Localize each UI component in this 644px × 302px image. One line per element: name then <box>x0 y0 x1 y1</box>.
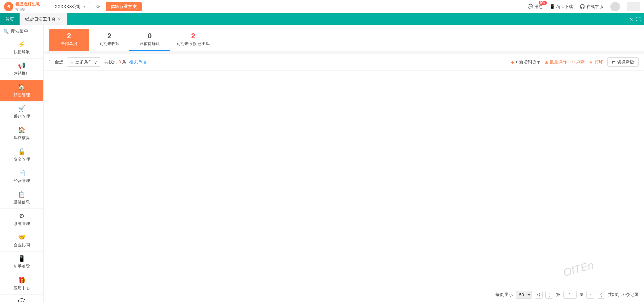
refresh-button[interactable]: ↻ 刷新 <box>571 59 585 65</box>
sidebar-item-guide[interactable]: 📱 新手引导 <box>0 252 43 273</box>
batch-action-button[interactable]: ⊞ 批量操作 <box>545 59 567 65</box>
sidebar-item-wechat[interactable]: 💬 企业微信 <box>0 295 43 302</box>
found-count: 0 <box>119 59 121 64</box>
logo-icon: 6 <box>4 2 13 11</box>
pagination: 每页显示 50 ⟨⟨ ⟨ 第 页 ⟩ ⟩⟩ 共0页，0条记录 <box>44 287 644 302</box>
content-area: 2 全部单据 2 到期未收款 0 旺辅待确认 2 到期未收款 已出库 全选 <box>44 25 644 302</box>
message-badge: 99+ <box>539 1 547 5</box>
tab-minimize-icon[interactable]: ✕ <box>629 17 633 22</box>
stat-tab-overdue-unpaid[interactable]: 2 到期未收款 <box>89 29 129 51</box>
print-button[interactable]: 🖨 打印 <box>589 59 603 65</box>
toolbar-right: + + 新增销货单 ⊞ 批量操作 ↻ 刷新 🖨 打印 ⇄ 切换新版 <box>511 57 639 67</box>
purchase-icon: 🛒 <box>18 105 25 112</box>
add-sale-order-button[interactable]: + + 新增销货单 <box>511 59 541 65</box>
sidebar-item-finance[interactable]: 🔒 资金管理 <box>0 144 43 166</box>
stats-tabs: 2 全部单据 2 到期未收款 0 旺辅待确认 2 到期未收款 已出库 <box>44 25 644 51</box>
page-number-input[interactable] <box>563 291 577 299</box>
tab-workbench[interactable]: 钱货日清工作台 ✕ <box>20 13 67 25</box>
cooperation-icon: 🤝 <box>18 234 25 241</box>
sidebar-item-sales[interactable]: 🏠 销售管理 <box>0 80 43 102</box>
filter-icon: ▽ <box>70 60 74 65</box>
company-name: XXXXXX公司 <box>55 4 81 10</box>
sidebar: 🔍 搜索菜单 ⚡ 快捷导航 📢 营销推广 🏠 销售管理 🛒 采购管理 🏠 库存核… <box>0 25 44 302</box>
switch-version-button[interactable]: ⇄ 切换新版 <box>607 57 639 67</box>
system-icon: ⚙ <box>19 212 24 220</box>
tab-nav-right: ✕ ⛶ <box>626 13 644 25</box>
pagination-summary: 共0页，0条记录 <box>608 292 639 298</box>
select-all-checkbox[interactable]: 全选 <box>49 59 63 65</box>
finance-icon: 🔒 <box>18 148 25 155</box>
logo-area: 6 畅捷通好生意 标准版 <box>4 1 48 12</box>
inventory-icon: 🏠 <box>18 126 25 134</box>
filter-arrow-icon: ∨ <box>94 60 97 65</box>
tab-nav: 首页 钱货日清工作台 ✕ ✕ ⛶ <box>0 13 644 25</box>
tab-close-icon[interactable]: ✕ <box>58 17 61 22</box>
refresh-icon: ↻ <box>571 60 575 65</box>
main-layout: 🔍 搜索菜单 ⚡ 快捷导航 📢 营销推广 🏠 销售管理 🛒 采购管理 🏠 库存核… <box>0 25 644 302</box>
sidebar-item-app-center[interactable]: 🎁 应用中心 <box>0 273 43 295</box>
page-first-button[interactable]: ⟨⟨ <box>535 291 543 299</box>
per-page-select[interactable]: 50 <box>516 291 532 299</box>
stat-tab-overdue-shipped[interactable]: 2 到期未收款 已出库 <box>170 29 216 51</box>
logo-text: 畅捷通好生意 标准版 <box>15 1 40 12</box>
service-icon: 🎧 <box>580 4 585 9</box>
user-name-display <box>627 2 640 11</box>
sidebar-item-quick-nav[interactable]: ⚡ 快捷导航 <box>0 37 43 59</box>
sidebar-item-basic[interactable]: 📋 基础信息 <box>0 187 43 209</box>
page-last-button[interactable]: ⟩⟩ <box>597 291 605 299</box>
basic-icon: 📋 <box>18 191 25 198</box>
tab-home[interactable]: 首页 <box>0 13 20 25</box>
per-page-label: 每页显示 <box>495 292 513 298</box>
company-selector[interactable]: XXXXXX公司 ▼ <box>51 2 90 11</box>
sidebar-item-purchase[interactable]: 🛒 采购管理 <box>0 102 43 123</box>
sales-icon: 🏠 <box>18 83 25 91</box>
filter-button[interactable]: ▽ 更多条件 ∨ <box>67 57 101 67</box>
message-btn[interactable]: 💬 消息 99+ <box>528 4 543 10</box>
guide-icon: 📱 <box>18 255 25 262</box>
avatar[interactable] <box>610 2 620 11</box>
stat-tab-all[interactable]: 2 全部单据 <box>49 29 89 51</box>
batch-icon: ⊞ <box>545 60 548 65</box>
tab-expand-icon[interactable]: ⛶ <box>636 17 641 22</box>
header-right: 💬 消息 99+ 📱 App下载 🎧 在线客服 <box>528 2 640 11</box>
plus-icon: + <box>511 59 514 65</box>
marketing-icon: 📢 <box>18 62 25 69</box>
app-center-icon: 🎁 <box>18 277 25 284</box>
quick-nav-icon: ⚡ <box>18 41 25 48</box>
toolbar: 全选 ▽ 更多条件 ∨ 共找到 0 条 相关单据 + + 新增销货单 ⊞ <box>44 54 644 70</box>
operation-icon: 📄 <box>18 169 25 177</box>
table-area <box>44 71 644 287</box>
sidebar-item-marketing[interactable]: 📢 营销推广 <box>0 59 43 80</box>
stat-tab-wangwang[interactable]: 0 旺辅待确认 <box>129 29 170 51</box>
sidebar-item-cooperation[interactable]: 🤝 企业协同 <box>0 230 43 252</box>
page-prev-button[interactable]: ⟨ <box>545 291 553 299</box>
page-next-button[interactable]: ⟩ <box>586 291 594 299</box>
found-text: 共找到 0 条 相关单据 <box>104 59 147 65</box>
online-service-btn[interactable]: 🎧 在线客服 <box>580 4 604 10</box>
message-icon: 💬 <box>528 4 533 9</box>
search-icon: 🔍 <box>3 29 9 34</box>
top-header: 6 畅捷通好生意 标准版 XXXXXX公司 ▼ ⚙ 体验行业方案 💬 消息 99… <box>0 0 644 13</box>
print-icon: 🖨 <box>589 60 593 65</box>
download-icon: 📱 <box>550 4 555 9</box>
sidebar-item-inventory[interactable]: 🏠 库存核算 <box>0 123 43 144</box>
dropdown-arrow-icon: ▼ <box>83 5 86 8</box>
search-menu[interactable]: 🔍 搜索菜单 <box>0 25 43 37</box>
sidebar-item-operation[interactable]: 📄 经营管理 <box>0 166 43 187</box>
select-all-input[interactable] <box>49 60 53 64</box>
sidebar-item-system[interactable]: ⚙ 系统管理 <box>0 209 43 230</box>
switch-icon: ⇄ <box>612 60 615 65</box>
settings-icon[interactable]: ⚙ <box>93 2 103 11</box>
wechat-icon: 💬 <box>18 298 25 302</box>
trial-button[interactable]: 体验行业方案 <box>106 2 142 11</box>
app-download-btn[interactable]: 📱 App下载 <box>550 4 573 10</box>
